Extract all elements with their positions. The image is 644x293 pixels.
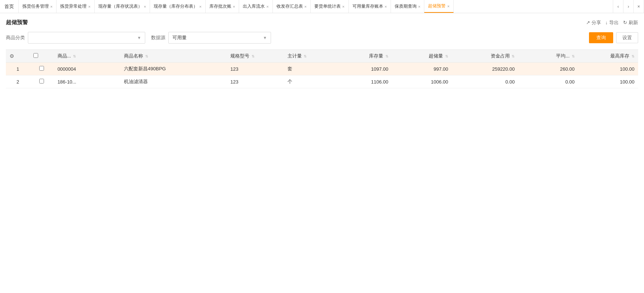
share-button[interactable]: ↗ 分享 xyxy=(586,19,601,26)
col-maxstock-header: 最高库存 ⇅ xyxy=(578,50,638,63)
chevron-down-icon-2: ▼ xyxy=(263,36,267,40)
topbar-tab[interactable]: 库存批次账× xyxy=(206,0,239,13)
close-tab-icon[interactable]: × xyxy=(88,4,90,9)
close-tab-icon[interactable]: × xyxy=(418,4,420,9)
table-header-row: ⚙ 商品... ⇅ 商品名称 ⇅ 规格型号 ⇅ 主计量 xyxy=(6,50,638,63)
settings-button[interactable]: 设置 xyxy=(616,32,638,43)
col-capital-sort[interactable]: ⇅ xyxy=(512,54,515,58)
col-code-sort[interactable]: ⇅ xyxy=(73,54,76,58)
topbar-tab[interactable]: 收发存汇总表× xyxy=(273,0,311,13)
row-checkbox-cell xyxy=(30,75,54,88)
topbar-tab[interactable]: 拣货任务管理× xyxy=(19,0,56,13)
row-checkbox[interactable] xyxy=(39,66,44,71)
data-source-label: 数据源 xyxy=(151,34,165,41)
row-unit: 套 xyxy=(284,63,332,75)
home-tab[interactable]: 首页 xyxy=(0,0,19,13)
col-over-sort[interactable]: ⇅ xyxy=(445,54,448,58)
row-capital: 0.00 xyxy=(452,75,518,88)
row-over: 997.00 xyxy=(392,63,452,75)
row-code: 0000004 xyxy=(54,63,120,75)
topbar-tab[interactable]: 出入库流水× xyxy=(239,0,272,13)
refresh-label: 刷新 xyxy=(629,19,638,26)
filter-buttons: 查询 设置 xyxy=(589,32,638,43)
col-unit-sort[interactable]: ⇅ xyxy=(304,54,307,58)
tab-label: 出入库流水 xyxy=(243,3,265,10)
tab-label: 现存量（库存状况表） xyxy=(98,3,142,10)
tab-label: 现存量（库存分布表） xyxy=(154,3,198,10)
col-name-label: 商品名称 xyxy=(124,53,143,59)
close-tab-icon[interactable]: × xyxy=(304,4,307,9)
col-avg-sort[interactable]: ⇅ xyxy=(572,54,575,58)
row-avg: 260.00 xyxy=(518,63,578,75)
col-code-label: 商品... xyxy=(58,53,71,59)
export-button[interactable]: ↓ 导出 xyxy=(605,19,619,26)
main-content: 超储预警 ↗ 分享 ↓ 导出 ↻ 刷新 商品分类 ▼ 数据源 xyxy=(0,13,644,293)
close-tab-icon[interactable]: × xyxy=(144,4,146,9)
col-check-header xyxy=(30,50,54,63)
row-stock: 1097.00 xyxy=(332,63,392,75)
row-stock: 1106.00 xyxy=(332,75,392,88)
nav-prev-button[interactable]: ‹ xyxy=(613,0,623,13)
col-stock-label: 库存量 xyxy=(369,53,383,59)
close-tab-icon[interactable]: × xyxy=(266,4,268,9)
data-source-group: 数据源 可用量 ▼ xyxy=(151,32,271,44)
topbar-tab[interactable]: 现存量（库存状况表）× xyxy=(95,0,150,13)
gear-icon[interactable]: ⚙ xyxy=(10,53,14,59)
col-maxstock-label: 最高库存 xyxy=(610,53,629,59)
col-stock-sort[interactable]: ⇅ xyxy=(385,54,388,58)
query-button[interactable]: 查询 xyxy=(589,32,613,43)
select-all-checkbox[interactable] xyxy=(33,53,38,58)
tab-label: 要货单统计表 xyxy=(314,3,341,10)
col-capital-label: 资金占用 xyxy=(491,53,510,59)
table-row: 1 0000004 六配套新昌490BPG 123 套 1097.00 997.… xyxy=(6,63,638,75)
close-tab-icon[interactable]: × xyxy=(385,4,387,9)
close-tab-icon[interactable]: × xyxy=(199,4,201,9)
topbar-tab[interactable]: 现存量（库存分布表）× xyxy=(150,0,205,13)
close-tab-icon[interactable]: × xyxy=(342,4,344,9)
col-capital-header: 资金占用 ⇅ xyxy=(452,50,518,63)
col-spec-header: 规格型号 ⇅ xyxy=(227,50,283,63)
nav-next-button[interactable]: › xyxy=(623,0,634,13)
commodity-category-select[interactable]: ▼ xyxy=(28,32,145,44)
row-avg: 0.00 xyxy=(518,75,578,88)
row-checkbox-cell xyxy=(30,63,54,75)
topbar-tab[interactable]: 可用量库存账本× xyxy=(349,0,391,13)
close-tab-icon[interactable]: × xyxy=(447,4,449,8)
close-tab-icon[interactable]: × xyxy=(50,4,52,9)
close-tab-icon[interactable]: × xyxy=(233,4,235,9)
data-table: ⚙ 商品... ⇅ 商品名称 ⇅ 规格型号 ⇅ 主计量 xyxy=(6,49,638,88)
topbar-tab[interactable]: 要货单统计表× xyxy=(311,0,348,13)
data-source-select[interactable]: 可用量 ▼ xyxy=(168,32,271,44)
col-name-header: 商品名称 ⇅ xyxy=(120,50,227,63)
col-settings-header: ⚙ xyxy=(6,50,30,63)
col-name-sort[interactable]: ⇅ xyxy=(145,54,148,58)
tab-label: 拣货异常处理 xyxy=(60,3,87,10)
row-checkbox[interactable] xyxy=(39,79,44,84)
col-maxstock-sort[interactable]: ⇅ xyxy=(632,54,634,58)
row-spec: 123 xyxy=(227,63,283,75)
tab-label: 收发存汇总表 xyxy=(277,3,303,10)
row-capital: 259220.00 xyxy=(452,63,518,75)
page-title: 超储预警 xyxy=(6,19,28,26)
header-actions: ↗ 分享 ↓ 导出 ↻ 刷新 xyxy=(586,19,638,26)
col-unit-header: 主计量 ⇅ xyxy=(284,50,332,63)
col-stock-header: 库存量 ⇅ xyxy=(332,50,392,63)
table-row: 2 186-10... 机油滤清器 123 个 1106.00 1006.00 … xyxy=(6,75,638,88)
row-maxstock: 100.00 xyxy=(578,75,638,88)
row-spec: 123 xyxy=(227,75,283,88)
col-spec-sort[interactable]: ⇅ xyxy=(252,54,255,58)
refresh-button[interactable]: ↻ 刷新 xyxy=(623,19,638,26)
export-label: 导出 xyxy=(609,19,619,26)
refresh-icon: ↻ xyxy=(623,20,627,25)
col-spec-label: 规格型号 xyxy=(230,53,249,59)
nav-arrows: ‹ › × xyxy=(613,0,644,13)
nav-close-button[interactable]: × xyxy=(634,0,644,13)
page-header: 超储预警 ↗ 分享 ↓ 导出 ↻ 刷新 xyxy=(6,19,638,26)
chevron-down-icon: ▼ xyxy=(137,36,141,40)
topbar-tab[interactable]: 保质期查询× xyxy=(391,0,424,13)
row-num: 1 xyxy=(6,63,30,75)
row-name: 机油滤清器 xyxy=(120,75,227,88)
topbar-tab[interactable]: 超储预警× xyxy=(424,0,453,13)
topbar-tab[interactable]: 拣货异常处理× xyxy=(56,0,94,13)
row-num: 2 xyxy=(6,75,30,88)
